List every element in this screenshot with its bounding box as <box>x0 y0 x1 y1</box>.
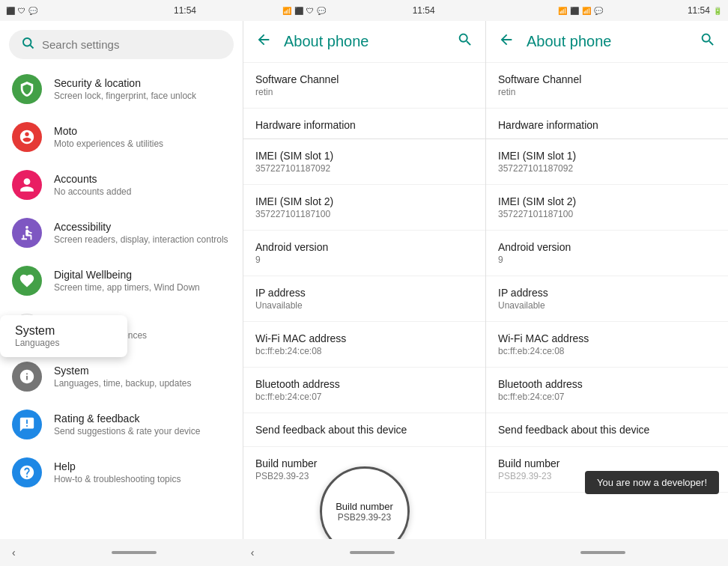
sidebar-item-rating[interactable]: Rating & feedback Send suggestions & rat… <box>0 401 243 448</box>
middle-imei1-value: 357227101187092 <box>255 163 473 174</box>
wellbeing-title: Digital Wellbeing <box>54 269 231 281</box>
time-display-3: 11:54 <box>688 5 710 16</box>
nav-pill-middle <box>350 551 395 554</box>
data-icon-2: ⬛ <box>294 7 303 15</box>
wellbeing-text: Digital Wellbeing Screen time, app timer… <box>54 269 231 293</box>
middle-software-channel-label: Software Channel <box>255 73 473 85</box>
middle-wifi-mac[interactable]: Wi-Fi MAC address bc:ff:eb:24:ce:08 <box>243 322 485 368</box>
nav-section-left: ‹ <box>6 544 245 562</box>
middle-software-channel-value: retin <box>255 87 473 97</box>
status-left: ⬛ 🛡 💬 <box>6 7 125 15</box>
help-icon-circle <box>12 457 42 487</box>
middle-wifi-value: bc:ff:eb:24:ce:08 <box>255 346 473 356</box>
wellbeing-subtitle: Screen time, app timers, Wind Down <box>54 282 231 293</box>
nav-section-middle: ‹ <box>245 544 484 562</box>
right-android-version[interactable]: Android version 9 <box>486 231 728 276</box>
middle-imei1-label: IMEI (SIM slot 1) <box>255 150 473 162</box>
sidebar-item-accessibility[interactable]: Accessibility Screen readers, display, i… <box>0 209 243 257</box>
file-icon: ⬛ <box>6 7 15 15</box>
middle-android-value: 9 <box>255 255 473 265</box>
security-subtitle: Screen lock, fingerprint, face unlock <box>54 91 231 101</box>
right-search-icon[interactable] <box>700 31 716 52</box>
help-subtitle: How-to & troubleshooting topics <box>54 474 231 484</box>
right-about-panel: About phone Software Channel retin Hardw… <box>486 21 728 539</box>
right-imei1-label: IMEI (SIM slot 1) <box>498 150 716 162</box>
middle-imei2[interactable]: IMEI (SIM slot 2) 357227101187100 <box>243 185 485 231</box>
right-bluetooth[interactable]: Bluetooth address bc:ff:eb:24:ce:07 <box>486 368 728 413</box>
moto-icon-circle <box>12 122 42 152</box>
middle-android-version[interactable]: Android version 9 <box>243 231 485 276</box>
back-nav-button-2[interactable]: ‹ <box>245 544 261 562</box>
right-imei1-value: 357227101187092 <box>498 163 716 174</box>
middle-panel-header: About phone <box>243 21 485 63</box>
sidebar-item-help[interactable]: Help How-to & troubleshooting topics <box>0 448 243 496</box>
sidebar-item-security[interactable]: Security & location Screen lock, fingerp… <box>0 65 243 113</box>
tooltip-subtitle: Languages <box>15 338 112 348</box>
middle-about-panel: About phone Software Channel retin Hardw… <box>243 21 486 539</box>
right-build-label: Build number <box>498 457 716 469</box>
data-icon-3: ⬛ <box>570 7 579 15</box>
middle-hardware-header: Hardware information <box>243 109 485 139</box>
right-panels: About phone Software Channel retin Hardw… <box>243 21 728 539</box>
accessibility-title: Accessibility <box>54 221 231 233</box>
right-imei1[interactable]: IMEI (SIM slot 1) 357227101187092 <box>486 139 728 185</box>
right-panel-header: About phone <box>486 21 728 63</box>
middle-bluetooth-label: Bluetooth address <box>255 378 473 390</box>
help-title: Help <box>54 460 231 472</box>
nav-section-right <box>483 551 722 554</box>
search-icon <box>21 36 34 53</box>
accounts-icon-circle <box>12 170 42 200</box>
sidebar-item-moto[interactable]: Moto Moto experiences & utilities <box>0 113 243 161</box>
search-bar[interactable] <box>9 30 234 59</box>
accessibility-subtitle: Screen readers, display, interaction con… <box>54 234 231 245</box>
middle-search-icon[interactable] <box>457 31 473 52</box>
shield-icon: 🛡 <box>18 7 25 15</box>
right-software-channel-label: Software Channel <box>498 73 716 85</box>
back-nav-button[interactable]: ‹ <box>6 544 22 562</box>
svg-point-0 <box>23 38 31 46</box>
accounts-title: Accounts <box>54 173 231 185</box>
middle-panel-title: About phone <box>284 33 445 50</box>
middle-android-label: Android version <box>255 241 473 253</box>
middle-send-feedback[interactable]: Send feedback about this device <box>243 413 485 447</box>
middle-bluetooth[interactable]: Bluetooth address bc:ff:eb:24:ce:07 <box>243 368 485 413</box>
security-title: Security & location <box>54 77 231 89</box>
right-wifi-label: Wi-Fi MAC address <box>498 332 716 344</box>
middle-back-button[interactable] <box>255 31 272 52</box>
status-right-icons: 📶 ⬛ 📶 💬 <box>483 7 602 15</box>
sim-icon-3: 📶 <box>558 7 567 15</box>
security-icon-circle <box>12 74 42 104</box>
sidebar-item-accounts[interactable]: Accounts No accounts added <box>0 161 243 209</box>
battery-icon: 🔋 <box>713 7 722 15</box>
search-input[interactable] <box>42 38 222 51</box>
middle-build-number[interactable]: Build number PSB29.39-23 Build number PS… <box>243 447 485 539</box>
right-software-channel[interactable]: Software Channel retin <box>486 63 728 109</box>
sidebar-item-system[interactable]: System Languages, time, backup, updates … <box>0 353 243 401</box>
svg-line-1 <box>30 45 33 48</box>
nav-pill-left <box>112 551 157 554</box>
right-feedback-label: Send feedback about this device <box>498 424 716 436</box>
middle-bluetooth-value: bc:ff:eb:24:ce:07 <box>255 392 473 402</box>
right-bluetooth-value: bc:ff:eb:24:ce:07 <box>498 392 716 402</box>
right-bluetooth-label: Bluetooth address <box>498 378 716 390</box>
rating-text: Rating & feedback Send suggestions & rat… <box>54 413 231 436</box>
build-circle-label: Build number <box>336 501 393 512</box>
shield-icon-2: 🛡 <box>306 7 314 15</box>
middle-software-channel[interactable]: Software Channel retin <box>243 63 485 109</box>
system-title: System <box>54 365 231 377</box>
moto-title: Moto <box>54 125 231 137</box>
time-display-2: 11:54 <box>413 5 435 16</box>
moto-subtitle: Moto experiences & utilities <box>54 139 231 149</box>
right-hardware-header: Hardware information <box>486 109 728 139</box>
middle-imei1[interactable]: IMEI (SIM slot 1) 357227101187092 <box>243 139 485 185</box>
right-imei2[interactable]: IMEI (SIM slot 2) 357227101187100 <box>486 185 728 231</box>
right-back-button[interactable] <box>498 31 515 52</box>
right-send-feedback[interactable]: Send feedback about this device <box>486 413 728 447</box>
sidebar-item-digital-wellbeing[interactable]: Digital Wellbeing Screen time, app timer… <box>0 257 243 305</box>
status-center-1: 11:54 <box>125 5 244 16</box>
right-ip-address[interactable]: IP address Unavailable <box>486 276 728 322</box>
middle-ip-address[interactable]: IP address Unavailable <box>243 276 485 322</box>
svg-point-2 <box>25 226 28 229</box>
right-wifi-mac[interactable]: Wi-Fi MAC address bc:ff:eb:24:ce:08 <box>486 322 728 368</box>
rating-title: Rating & feedback <box>54 413 231 424</box>
